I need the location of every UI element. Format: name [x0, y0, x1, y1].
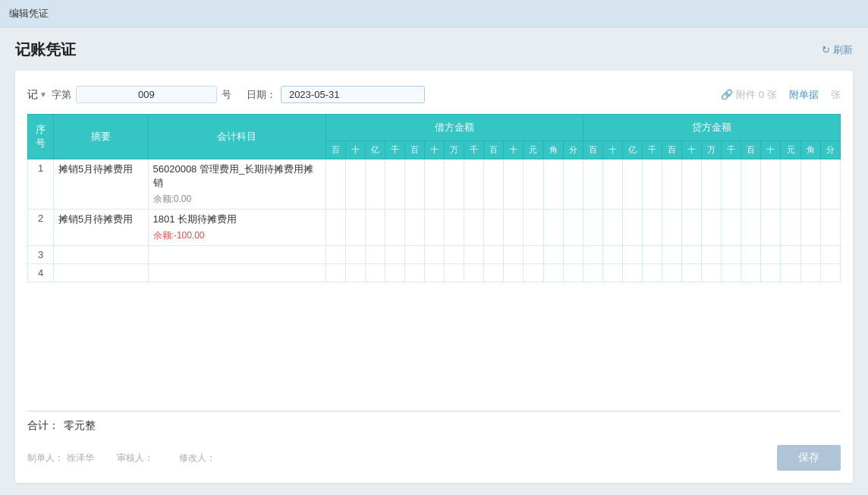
row-credit-0-0[interactable] — [583, 159, 602, 210]
row-credit-1-10[interactable] — [781, 210, 800, 246]
row-credit-2-6[interactable] — [702, 246, 722, 264]
row-debit-2-8[interactable] — [484, 246, 504, 264]
row-credit-3-7[interactable] — [722, 264, 741, 282]
row-credit-1-0[interactable] — [583, 210, 602, 246]
row-debit-1-11[interactable] — [543, 210, 563, 246]
row-debit-3-7[interactable] — [464, 264, 484, 282]
row-credit-2-12[interactable] — [820, 246, 840, 264]
row-credit-2-4[interactable] — [662, 246, 682, 264]
row-credit-1-9[interactable] — [761, 210, 781, 246]
row-credit-0-3[interactable] — [642, 159, 662, 210]
row-credit-0-7[interactable] — [722, 159, 741, 210]
row-credit-0-6[interactable] — [702, 159, 722, 210]
row-debit-3-4[interactable] — [404, 264, 424, 282]
table-row[interactable]: 1摊销5月待摊费用56020008 管理费用_长期待摊费用摊销余额:0.00 — [28, 159, 841, 210]
row-credit-3-2[interactable] — [622, 264, 642, 282]
row-debit-2-5[interactable] — [425, 246, 445, 264]
row-credit-2-11[interactable] — [800, 246, 820, 264]
row-credit-0-9[interactable] — [761, 159, 781, 210]
row-debit-1-8[interactable] — [484, 210, 504, 246]
row-debit-2-11[interactable] — [543, 246, 563, 264]
row-debit-0-11[interactable] — [543, 159, 563, 210]
row-credit-3-11[interactable] — [800, 264, 820, 282]
row-summary-1[interactable]: 摊销5月待摊费用 — [54, 210, 148, 246]
row-debit-0-12[interactable] — [563, 159, 583, 210]
row-debit-2-12[interactable] — [563, 246, 583, 264]
row-credit-1-1[interactable] — [602, 210, 622, 246]
row-debit-3-12[interactable] — [563, 264, 583, 282]
row-debit-1-5[interactable] — [425, 210, 445, 246]
row-debit-3-3[interactable] — [385, 264, 404, 282]
row-credit-0-4[interactable] — [662, 159, 682, 210]
row-credit-2-7[interactable] — [722, 246, 741, 264]
row-debit-3-11[interactable] — [543, 264, 563, 282]
row-debit-2-1[interactable] — [345, 246, 365, 264]
row-credit-1-3[interactable] — [642, 210, 662, 246]
row-credit-2-0[interactable] — [583, 246, 602, 264]
row-credit-3-4[interactable] — [662, 264, 682, 282]
row-debit-3-10[interactable] — [524, 264, 543, 282]
row-summary-2[interactable] — [54, 246, 148, 264]
row-debit-0-3[interactable] — [385, 159, 404, 210]
row-debit-2-3[interactable] — [385, 246, 404, 264]
row-credit-1-8[interactable] — [741, 210, 761, 246]
row-credit-3-6[interactable] — [702, 264, 722, 282]
row-subject-2[interactable] — [148, 246, 326, 264]
row-debit-1-0[interactable] — [326, 210, 345, 246]
row-debit-0-7[interactable] — [464, 159, 484, 210]
row-debit-0-6[interactable] — [445, 159, 464, 210]
row-credit-1-7[interactable] — [722, 210, 741, 246]
row-credit-0-8[interactable] — [741, 159, 761, 210]
row-credit-2-3[interactable] — [642, 246, 662, 264]
row-debit-1-2[interactable] — [365, 210, 385, 246]
voucher-number-input[interactable] — [76, 86, 217, 103]
row-credit-1-2[interactable] — [622, 210, 642, 246]
row-subject-3[interactable] — [148, 264, 326, 282]
row-debit-2-6[interactable] — [445, 246, 464, 264]
row-debit-0-9[interactable] — [504, 159, 524, 210]
row-credit-1-12[interactable] — [820, 210, 840, 246]
row-debit-0-4[interactable] — [404, 159, 424, 210]
date-input[interactable] — [281, 86, 425, 103]
row-debit-0-10[interactable] — [524, 159, 543, 210]
row-debit-1-6[interactable] — [445, 210, 464, 246]
row-credit-2-1[interactable] — [602, 246, 622, 264]
row-debit-3-6[interactable] — [445, 264, 464, 282]
row-debit-0-2[interactable] — [365, 159, 385, 210]
row-debit-1-3[interactable] — [385, 210, 404, 246]
row-summary-0[interactable]: 摊销5月待摊费用 — [54, 159, 148, 210]
row-debit-0-5[interactable] — [425, 159, 445, 210]
row-credit-0-5[interactable] — [682, 159, 702, 210]
row-credit-0-2[interactable] — [622, 159, 642, 210]
row-debit-0-0[interactable] — [326, 159, 345, 210]
table-row[interactable]: 4 — [28, 264, 841, 282]
row-credit-0-10[interactable] — [781, 159, 800, 210]
dropdown-arrow-icon[interactable]: ▼ — [39, 90, 47, 99]
voucher-type-select[interactable]: 记 ▼ — [27, 88, 47, 102]
table-row[interactable]: 2摊销5月待摊费用1801 长期待摊费用余额:-100.00 — [28, 210, 841, 246]
row-debit-2-9[interactable] — [504, 246, 524, 264]
row-credit-2-2[interactable] — [622, 246, 642, 264]
row-debit-3-2[interactable] — [365, 264, 385, 282]
row-debit-0-8[interactable] — [484, 159, 504, 210]
row-debit-3-1[interactable] — [345, 264, 365, 282]
row-debit-2-2[interactable] — [365, 246, 385, 264]
row-debit-3-0[interactable] — [326, 264, 345, 282]
row-debit-2-4[interactable] — [404, 246, 424, 264]
row-credit-3-12[interactable] — [820, 264, 840, 282]
row-debit-2-7[interactable] — [464, 246, 484, 264]
row-credit-3-1[interactable] — [602, 264, 622, 282]
row-debit-1-7[interactable] — [464, 210, 484, 246]
row-credit-0-11[interactable] — [800, 159, 820, 210]
row-credit-3-8[interactable] — [741, 264, 761, 282]
row-credit-3-10[interactable] — [781, 264, 800, 282]
row-credit-0-12[interactable] — [820, 159, 840, 210]
refresh-button[interactable]: ↻ 刷新 — [822, 43, 853, 57]
row-credit-3-3[interactable] — [642, 264, 662, 282]
row-subject-1[interactable]: 1801 长期待摊费用余额:-100.00 — [148, 210, 326, 246]
row-credit-3-0[interactable] — [583, 264, 602, 282]
row-credit-0-1[interactable] — [602, 159, 622, 210]
row-summary-3[interactable] — [54, 264, 148, 282]
row-debit-1-12[interactable] — [563, 210, 583, 246]
row-subject-0[interactable]: 56020008 管理费用_长期待摊费用摊销余额:0.00 — [148, 159, 326, 210]
